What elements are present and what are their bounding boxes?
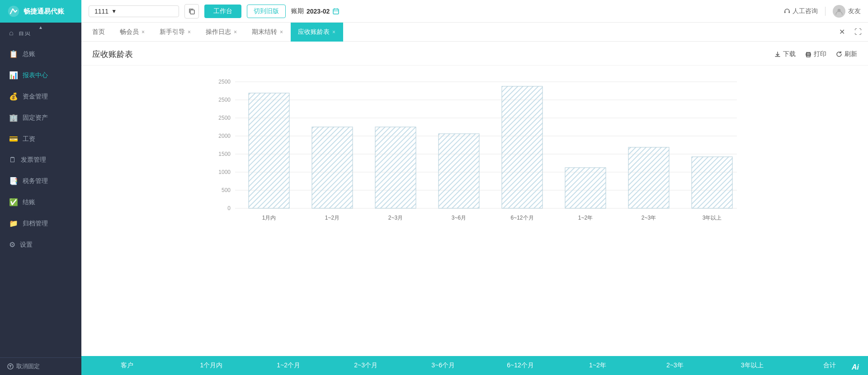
sidebar-scroll-up[interactable]: ▲ xyxy=(0,23,81,32)
page-title: 应收账龄表 xyxy=(92,49,133,60)
bar-3~6月 xyxy=(439,134,479,208)
tab-period_end[interactable]: 期末结转× xyxy=(245,23,291,42)
refresh-button[interactable]: 刷新 xyxy=(835,50,857,58)
table-header-bar: 客户1个月内1~2个月2~3个月3~6个月6~12个月1~2年2~3年3年以上合… xyxy=(81,356,868,375)
tab-aging[interactable]: 应收账龄表× xyxy=(291,23,343,42)
calendar-icon[interactable] xyxy=(332,8,340,15)
svg-text:1000: 1000 xyxy=(218,169,231,175)
table-header-1~2年: 1~2年 xyxy=(559,361,636,370)
table-header-3~6个月: 3~6个月 xyxy=(405,361,482,370)
chevron-down-icon: ▼ xyxy=(111,8,117,14)
tab-close-aging[interactable]: × xyxy=(332,29,335,35)
archive-icon: 📁 xyxy=(9,219,18,228)
svg-text:0: 0 xyxy=(227,205,231,211)
print-button[interactable]: 打印 xyxy=(805,50,826,58)
salary-icon: 💳 xyxy=(9,135,18,143)
sidebar-label-fund: 资金管理 xyxy=(23,93,48,101)
sidebar-item-archive[interactable]: 📁 归档管理 xyxy=(0,213,81,234)
bar-6~12个月 xyxy=(502,86,542,208)
svg-text:1~2年: 1~2年 xyxy=(578,215,593,221)
user-area[interactable]: 友友 xyxy=(833,5,861,18)
svg-rect-3 xyxy=(784,11,786,13)
tab-member[interactable]: 畅会员× xyxy=(113,23,152,42)
asset-icon: 🏢 xyxy=(9,113,18,122)
bar-2~3年 xyxy=(628,147,669,208)
page-content: 应收账龄表 下载 xyxy=(81,42,868,375)
switch-version-button[interactable]: 切到旧版 xyxy=(247,5,286,18)
sidebar-item-salary[interactable]: 💳 工资 xyxy=(0,128,81,150)
sidebar-item-report[interactable]: 📊 报表中心 xyxy=(0,65,81,86)
tab-home[interactable]: 首页 xyxy=(85,23,113,42)
fund-icon: 💰 xyxy=(9,92,18,101)
sidebar-item-checkout[interactable]: ✅ 结账 xyxy=(0,192,81,213)
svg-text:1500: 1500 xyxy=(218,151,231,157)
sidebar-item-fund[interactable]: 💰 资金管理 xyxy=(0,86,81,107)
svg-text:500: 500 xyxy=(222,187,231,193)
tab-close-guide[interactable]: × xyxy=(188,29,191,35)
copy-button[interactable] xyxy=(184,4,199,19)
svg-text:2~3月: 2~3月 xyxy=(388,215,403,221)
bar-1月内 xyxy=(249,93,289,208)
close-tab-button[interactable]: ✕ xyxy=(835,26,848,38)
sidebar-item-tax[interactable]: 📑 税务管理 xyxy=(0,170,81,192)
workbench-button[interactable]: 工作台 xyxy=(204,5,241,18)
tab-oplog[interactable]: 操作日志× xyxy=(198,23,245,42)
svg-text:1~2月: 1~2月 xyxy=(325,215,340,221)
svg-text:3~6月: 3~6月 xyxy=(452,215,466,221)
tax-icon: 📑 xyxy=(9,177,18,185)
tab-close-period_end[interactable]: × xyxy=(280,29,283,35)
sidebar: ▲ ⌂ 首页📋 总账📊 报表中心💰 资金管理🏢 固定资产💳 工资🗒 发票管理📑 xyxy=(0,23,81,375)
svg-text:2500: 2500 xyxy=(218,79,231,85)
svg-rect-4 xyxy=(789,11,790,13)
company-selector[interactable]: 1111 ▼ xyxy=(89,5,179,17)
sidebar-label-tax: 税务管理 xyxy=(23,177,48,185)
svg-text:2500: 2500 xyxy=(218,97,231,103)
svg-text:6~12个月: 6~12个月 xyxy=(510,215,533,221)
chart-wrapper: 2500 2500 2500 2000 1500 1000 500 0 xyxy=(92,73,857,349)
bar-1~2年 xyxy=(565,168,606,208)
sidebar-item-invoice[interactable]: 🗒 发票管理 xyxy=(0,150,81,170)
sidebar-label-ledger: 总账 xyxy=(23,50,35,58)
sidebar-item-ledger[interactable]: 📋 总账 xyxy=(0,43,81,65)
svg-text:2~3年: 2~3年 xyxy=(642,215,656,221)
table-header-6~12个月: 6~12个月 xyxy=(482,361,559,370)
download-icon xyxy=(774,51,781,58)
svg-text:2000: 2000 xyxy=(218,133,231,139)
consult-button[interactable]: 人工咨询 xyxy=(783,7,818,15)
bar-1~2月 xyxy=(312,127,353,208)
company-name: 1111 xyxy=(94,8,108,15)
sidebar-label-checkout: 结账 xyxy=(23,198,35,206)
sidebar-label-archive: 归档管理 xyxy=(23,220,48,228)
table-header-3年以上: 3年以上 xyxy=(713,361,791,370)
divider xyxy=(825,7,826,16)
svg-rect-2 xyxy=(333,9,339,14)
sidebar-label-salary: 工资 xyxy=(23,135,35,143)
tab-label-period_end: 期末结转 xyxy=(252,28,277,36)
table-header-1个月内: 1个月内 xyxy=(173,361,250,370)
sidebar-label-settings: 设置 xyxy=(20,241,33,249)
checkout-icon: ✅ xyxy=(9,198,18,206)
bar-2~3月 xyxy=(375,127,416,208)
tab-label-guide: 新手引导 xyxy=(160,28,185,36)
tab-close-oplog[interactable]: × xyxy=(234,29,237,35)
download-button[interactable]: 下载 xyxy=(774,50,796,58)
tab-guide[interactable]: 新手引导× xyxy=(152,23,198,42)
header-right: 人工咨询 友友 xyxy=(783,5,861,18)
refresh-label: 刷新 xyxy=(844,50,857,58)
tabs-bar: 首页畅会员×新手引导×操作日志×期末结转×应收账龄表× ✕ ⛶ xyxy=(81,23,868,42)
tab-label-home: 首页 xyxy=(92,28,105,36)
refresh-icon xyxy=(835,51,843,58)
sidebar-item-asset[interactable]: 🏢 固定资产 xyxy=(0,107,81,128)
tab-label-oplog: 操作日志 xyxy=(206,28,231,36)
pin-icon xyxy=(7,363,14,370)
cancel-fixed-button[interactable]: 取消固定 xyxy=(0,357,81,375)
tab-label-aging: 应收账龄表 xyxy=(298,28,330,36)
table-header-2~3年: 2~3年 xyxy=(636,361,713,370)
headset-icon xyxy=(783,8,791,15)
sidebar-item-settings[interactable]: ⚙ 设置 xyxy=(0,234,81,255)
svg-point-0 xyxy=(8,6,19,17)
maximize-button[interactable]: ⛶ xyxy=(852,26,864,38)
tab-close-member[interactable]: × xyxy=(142,29,145,35)
ledger-icon: 📋 xyxy=(9,50,18,58)
app-name: 畅捷通易代账 xyxy=(24,7,64,16)
